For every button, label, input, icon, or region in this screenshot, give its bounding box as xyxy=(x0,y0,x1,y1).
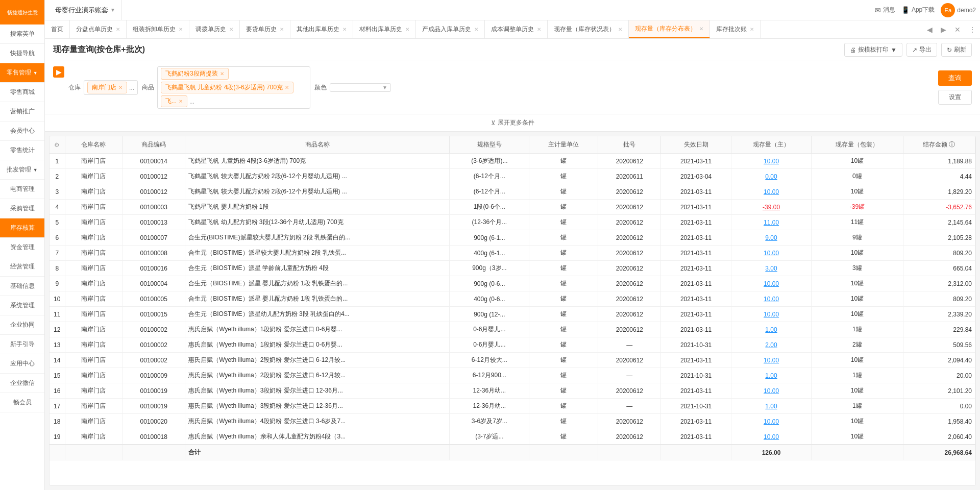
row-code: 00100008 xyxy=(122,246,185,261)
color-input[interactable]: ▼ xyxy=(330,83,391,92)
row-qty-main[interactable]: 0.00 xyxy=(731,169,811,184)
sidebar-item-inventory[interactable]: 库存核算 xyxy=(0,218,44,238)
row-qty-main[interactable]: 2.00 xyxy=(731,337,811,353)
row-qty-main[interactable]: 3.00 xyxy=(731,261,811,276)
sidebar-item-wholesale[interactable]: 批发管理 ▼ xyxy=(0,160,44,180)
refresh-btn[interactable]: ↻ 刷新 xyxy=(941,43,972,57)
row-qty-main[interactable]: 10.00 xyxy=(731,154,811,169)
tab-调拨单历史[interactable]: 调拨单历史 ✕ xyxy=(189,20,240,38)
tab-close-icon[interactable]: ✕ xyxy=(405,27,409,32)
tab-close-icon[interactable]: ✕ xyxy=(750,27,754,32)
row-qty-main[interactable]: 10.00 xyxy=(731,276,811,291)
tab-其他出库单历史[interactable]: 其他出库单历史 ✕ xyxy=(290,20,353,38)
row-qty-main[interactable]: 10.00 xyxy=(731,246,811,261)
row-qty-main[interactable]: 10.00 xyxy=(731,307,811,322)
row-qty-main[interactable]: -39.00 xyxy=(731,200,811,215)
tab-要货单历史[interactable]: 要货单历史 ✕ xyxy=(240,20,290,38)
tab-库存批次账[interactable]: 库存批次账 ✕ xyxy=(710,20,761,38)
tab-组装拆卸单历史[interactable]: 组装拆卸单历史 ✕ xyxy=(127,20,189,38)
sidebar-item-retail-mgmt[interactable]: 零售管理 ▼ xyxy=(0,63,44,83)
row-qty-main[interactable]: 10.00 xyxy=(731,429,811,445)
color-filter-group: 颜色 ▼ xyxy=(314,83,391,92)
sidebar-item-operation[interactable]: 经营管理 xyxy=(0,257,44,277)
message-btn[interactable]: ✉ 消息 xyxy=(875,6,895,14)
filter-expand-btn[interactable]: ▶ xyxy=(53,66,64,78)
row-qty-main[interactable]: 9.00 xyxy=(731,230,811,246)
sidebar-item-enterprise[interactable]: 企业协同 xyxy=(0,315,44,335)
row-amount: 2,060.40 xyxy=(903,429,975,445)
row-qty-main[interactable]: 1.00 xyxy=(731,399,811,414)
row-qty-main[interactable]: 10.00 xyxy=(731,383,811,399)
sidebar-item-member-card[interactable]: 畅会员 xyxy=(0,393,44,412)
tab-close-icon[interactable]: ✕ xyxy=(280,27,284,32)
warehouse-tags[interactable]: 南岸门店 ✕ ... xyxy=(84,80,138,95)
sidebar-item-retail-stats[interactable]: 零售统计 xyxy=(0,141,44,160)
row-qty-main[interactable]: 11.00 xyxy=(731,215,811,230)
row-qty-main[interactable]: 10.00 xyxy=(731,353,811,368)
sidebar-item-quick-nav[interactable]: 快捷导航 xyxy=(0,44,44,63)
tab-close-icon[interactable]: ✕ xyxy=(699,26,703,32)
row-batch: 20200612 xyxy=(598,414,661,429)
remove-product-tag-1[interactable]: ✕ xyxy=(220,71,224,77)
sidebar-item-ecommerce[interactable]: 电商管理 xyxy=(0,180,44,199)
row-no: 10 xyxy=(50,291,65,307)
app-download-btn[interactable]: 📱 App下载 xyxy=(901,6,935,14)
sidebar-item-finance[interactable]: 资金管理 xyxy=(0,238,44,257)
sidebar-item-enterprise-wechat[interactable]: 企业微信 xyxy=(0,374,44,393)
expand-more-bar: ⊻ 展开更多条件 xyxy=(45,114,980,132)
sidebar-item-app-center[interactable]: 应用中心 xyxy=(0,354,44,374)
sidebar-item-basic-info[interactable]: 基础信息 xyxy=(0,277,44,296)
row-no: 19 xyxy=(50,429,65,445)
table-row: 5 南岸门店 00100013 飞鹤星飞帆 幼儿配方奶粉 3段(12-36个月幼… xyxy=(50,215,975,230)
row-qty-main[interactable]: 1.00 xyxy=(731,322,811,337)
table-settings-icon[interactable]: ⚙ xyxy=(54,141,60,149)
sidebar-item-new-guide[interactable]: 新手引导 xyxy=(0,335,44,354)
export-btn[interactable]: ↗ 导出 xyxy=(906,43,937,57)
col-checkbox[interactable]: ⚙ xyxy=(50,136,65,154)
sidebar-item-retail-shop[interactable]: 零售商城 xyxy=(0,83,44,102)
sidebar-item-member[interactable]: 会员中心 xyxy=(0,121,44,141)
tab-成本调整单历史[interactable]: 成本调整单历史 ✕ xyxy=(485,20,548,38)
template-print-btn[interactable]: 🖨 按模板打印 ▼ xyxy=(844,43,902,57)
tab-close-icon[interactable]: ✕ xyxy=(116,27,120,32)
product-tags[interactable]: 飞鹤奶粉3段两提装 ✕ 飞鹤星飞帆 儿童奶粉 4段(3-6岁适用) 700克 ✕… xyxy=(157,66,310,109)
tab-close-icon[interactable]: ✕ xyxy=(537,27,541,32)
table-container[interactable]: ⚙ 仓库名称 商品编码 商品名称 规格型号 主计量单位 批号 失效日期 现存量（… xyxy=(49,136,976,486)
tab-close-icon[interactable]: ✕ xyxy=(229,27,233,32)
settings-btn[interactable]: 设置 xyxy=(938,90,972,105)
tab-close-icon[interactable]: ✕ xyxy=(179,27,183,32)
tab-close-icon[interactable]: ✕ xyxy=(342,27,347,32)
tab-产成品入库单历史[interactable]: 产成品入库单历史 ✕ xyxy=(416,20,485,38)
tab-close-icon[interactable]: ✕ xyxy=(618,27,622,32)
query-btn[interactable]: 查询 xyxy=(938,70,972,86)
tab-prev-btn[interactable]: ◀ xyxy=(923,26,937,34)
table-row: 7 南岸门店 00100008 合生元（BIOSTIME）派星较大婴儿配方奶粉 … xyxy=(50,246,975,261)
row-qty-pkg: 10罐 xyxy=(812,276,903,291)
tab-现存量库存分布表[interactable]: 现存量（库存分布表） ✕ xyxy=(629,20,710,38)
tab-材料出库单历史[interactable]: 材料出库单历史 ✕ xyxy=(353,20,416,38)
sidebar-item-purchase[interactable]: 采购管理 xyxy=(0,199,44,218)
remove-product-tag-3[interactable]: ✕ xyxy=(179,99,183,104)
row-qty-main[interactable]: 1.00 xyxy=(731,368,811,383)
remove-product-tag-2[interactable]: ✕ xyxy=(285,85,289,90)
row-code: 00100007 xyxy=(122,230,185,246)
row-qty-main[interactable]: 10.00 xyxy=(731,184,811,200)
tab-close-icon[interactable]: ✕ xyxy=(474,27,478,32)
expand-more-btn[interactable]: ⊻ 展开更多条件 xyxy=(489,116,536,129)
app-logo[interactable]: 畅捷通好生意 xyxy=(0,0,44,24)
account-dropdown[interactable]: 母婴行业演示账套 ▼ xyxy=(49,0,122,20)
row-no: 17 xyxy=(50,399,65,414)
tab-close-all-btn[interactable]: ✕ xyxy=(950,26,965,34)
tab-next-btn[interactable]: ▶ xyxy=(937,26,950,34)
sidebar-item-sys-mgmt[interactable]: 系统管理 xyxy=(0,296,44,315)
row-qty-main[interactable]: 10.00 xyxy=(731,291,811,307)
tab-home[interactable]: 首页 xyxy=(45,20,70,38)
tab-现存量库存状况表[interactable]: 现存量（库存状况表） ✕ xyxy=(548,20,629,38)
tab-分盘点单历史[interactable]: 分盘点单历史 ✕ xyxy=(70,20,127,38)
sidebar-item-marketing[interactable]: 营销推广 xyxy=(0,102,44,121)
tab-menu-btn[interactable]: ⋮ xyxy=(965,26,980,34)
sidebar-item-search[interactable]: 搜索英单 xyxy=(0,24,44,44)
user-profile-btn[interactable]: Ea demo2 xyxy=(941,3,976,17)
remove-warehouse-tag[interactable]: ✕ xyxy=(118,85,122,90)
row-qty-main[interactable]: 10.00 xyxy=(731,414,811,429)
